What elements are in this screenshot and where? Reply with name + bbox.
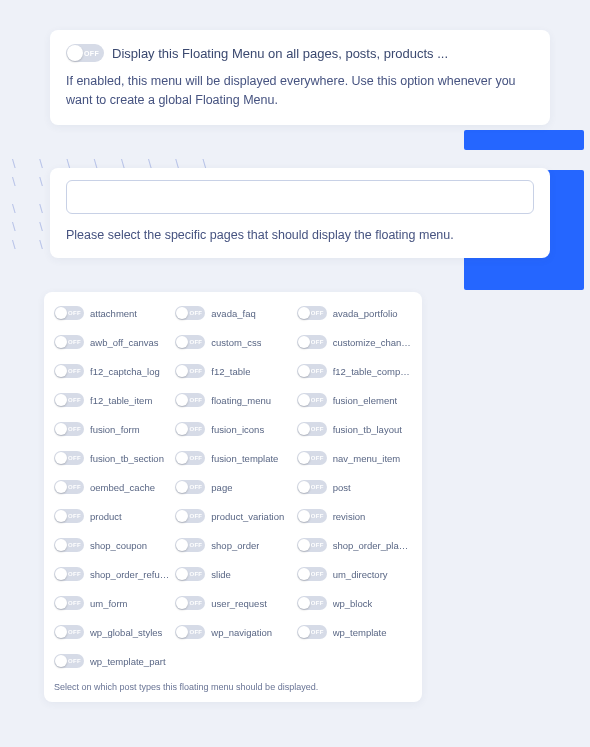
post-type-item: OFFshop_order_refund xyxy=(54,567,169,581)
post-type-toggle[interactable]: OFF xyxy=(175,393,205,407)
post-type-toggle[interactable]: OFF xyxy=(175,480,205,494)
post-type-toggle[interactable]: OFF xyxy=(297,567,327,581)
post-type-toggle[interactable]: OFF xyxy=(175,451,205,465)
post-type-toggle[interactable]: OFF xyxy=(175,538,205,552)
post-type-item: OFFrevision xyxy=(297,509,412,523)
post-type-item: OFFproduct_variation xyxy=(175,509,290,523)
post-type-toggle[interactable]: OFF xyxy=(297,364,327,378)
post-type-toggle[interactable]: OFF xyxy=(297,625,327,639)
post-type-label: shop_coupon xyxy=(90,540,147,551)
post-type-label: f12_captcha_log xyxy=(90,366,160,377)
post-type-item: OFFshop_order_placehold xyxy=(297,538,412,552)
toggle-state-label: OFF xyxy=(68,484,81,490)
post-type-toggle[interactable]: OFF xyxy=(54,654,84,668)
post-type-label: um_directory xyxy=(333,569,388,580)
post-type-label: avada_faq xyxy=(211,308,255,319)
post-type-label: fusion_tb_layout xyxy=(333,424,402,435)
post-type-toggle[interactable]: OFF xyxy=(54,451,84,465)
post-type-toggle[interactable]: OFF xyxy=(297,509,327,523)
toggle-state-label: OFF xyxy=(189,484,202,490)
toggle-state-label: OFF xyxy=(68,629,81,635)
post-type-label: fusion_tb_section xyxy=(90,453,164,464)
post-type-toggle[interactable]: OFF xyxy=(297,596,327,610)
post-type-label: wp_template xyxy=(333,627,387,638)
toggle-state-label: OFF xyxy=(84,50,99,57)
post-type-label: fusion_form xyxy=(90,424,140,435)
post-type-toggle[interactable]: OFF xyxy=(297,538,327,552)
post-type-toggle[interactable]: OFF xyxy=(54,393,84,407)
post-type-label: oembed_cache xyxy=(90,482,155,493)
post-type-toggle[interactable]: OFF xyxy=(54,335,84,349)
toggle-state-label: OFF xyxy=(189,542,202,548)
post-type-toggle[interactable]: OFF xyxy=(175,567,205,581)
post-type-toggle[interactable]: OFF xyxy=(54,422,84,436)
post-type-label: f12_table_item xyxy=(90,395,152,406)
post-type-toggle[interactable]: OFF xyxy=(297,393,327,407)
post-type-item: OFFfusion_tb_section xyxy=(54,451,169,465)
post-type-label: product_variation xyxy=(211,511,284,522)
toggle-state-label: OFF xyxy=(311,600,324,606)
post-type-item: OFFcustomize_changeset xyxy=(297,335,412,349)
post-type-toggle[interactable]: OFF xyxy=(175,364,205,378)
toggle-state-label: OFF xyxy=(189,339,202,345)
post-type-item: OFFproduct xyxy=(54,509,169,523)
post-types-grid: OFFattachmentOFFavada_faqOFFavada_portfo… xyxy=(54,306,412,668)
post-type-toggle[interactable]: OFF xyxy=(54,509,84,523)
page-select-input[interactable] xyxy=(66,180,534,214)
post-type-item: OFFf12_captcha_log xyxy=(54,364,169,378)
post-type-label: wp_block xyxy=(333,598,373,609)
post-type-label: f12_table xyxy=(211,366,250,377)
post-type-item: OFFslide xyxy=(175,567,290,581)
post-type-item: OFFshop_coupon xyxy=(54,538,169,552)
post-type-label: slide xyxy=(211,569,231,580)
post-type-toggle[interactable]: OFF xyxy=(175,335,205,349)
toggle-state-label: OFF xyxy=(189,600,202,606)
post-type-toggle[interactable]: OFF xyxy=(297,480,327,494)
global-display-description: If enabled, this menu will be displayed … xyxy=(66,72,534,111)
toggle-state-label: OFF xyxy=(311,571,324,577)
post-type-item: OFFwp_block xyxy=(297,596,412,610)
toggle-state-label: OFF xyxy=(68,397,81,403)
post-type-label: page xyxy=(211,482,232,493)
toggle-state-label: OFF xyxy=(68,571,81,577)
page-select-hint: Please select the specific pages that sh… xyxy=(66,228,534,242)
post-type-toggle[interactable]: OFF xyxy=(54,364,84,378)
post-type-label: attachment xyxy=(90,308,137,319)
global-display-toggle[interactable]: OFF xyxy=(66,44,104,62)
post-type-item: OFFshop_order xyxy=(175,538,290,552)
post-type-label: nav_menu_item xyxy=(333,453,401,464)
post-type-toggle[interactable]: OFF xyxy=(297,335,327,349)
post-type-toggle[interactable]: OFF xyxy=(297,422,327,436)
post-type-item: OFFf12_table_compare xyxy=(297,364,412,378)
toggle-state-label: OFF xyxy=(189,455,202,461)
post-type-label: product xyxy=(90,511,122,522)
post-type-toggle[interactable]: OFF xyxy=(54,567,84,581)
toggle-state-label: OFF xyxy=(311,339,324,345)
post-type-label: shop_order_refund xyxy=(90,569,169,580)
post-type-label: customize_changeset xyxy=(333,337,412,348)
post-type-toggle[interactable]: OFF xyxy=(175,306,205,320)
toggle-state-label: OFF xyxy=(311,397,324,403)
post-type-toggle[interactable]: OFF xyxy=(54,596,84,610)
post-type-item: OFFwp_template xyxy=(297,625,412,639)
post-type-item: OFFattachment xyxy=(54,306,169,320)
post-type-toggle[interactable]: OFF xyxy=(54,625,84,639)
post-type-toggle[interactable]: OFF xyxy=(54,538,84,552)
post-type-toggle[interactable]: OFF xyxy=(175,509,205,523)
post-type-toggle[interactable]: OFF xyxy=(175,625,205,639)
post-type-toggle[interactable]: OFF xyxy=(54,480,84,494)
post-type-item: OFFum_directory xyxy=(297,567,412,581)
post-type-toggle[interactable]: OFF xyxy=(297,306,327,320)
post-type-toggle[interactable]: OFF xyxy=(54,306,84,320)
post-type-item: OFFwp_template_part xyxy=(54,654,169,668)
post-type-label: wp_navigation xyxy=(211,627,272,638)
toggle-state-label: OFF xyxy=(311,368,324,374)
global-display-card: OFF Display this Floating Menu on all pa… xyxy=(50,30,550,125)
post-type-item: OFFavada_faq xyxy=(175,306,290,320)
post-type-toggle[interactable]: OFF xyxy=(175,422,205,436)
post-type-label: user_request xyxy=(211,598,266,609)
post-type-toggle[interactable]: OFF xyxy=(297,451,327,465)
post-type-toggle[interactable]: OFF xyxy=(175,596,205,610)
post-type-item: OFFuser_request xyxy=(175,596,290,610)
post-type-label: shop_order xyxy=(211,540,259,551)
